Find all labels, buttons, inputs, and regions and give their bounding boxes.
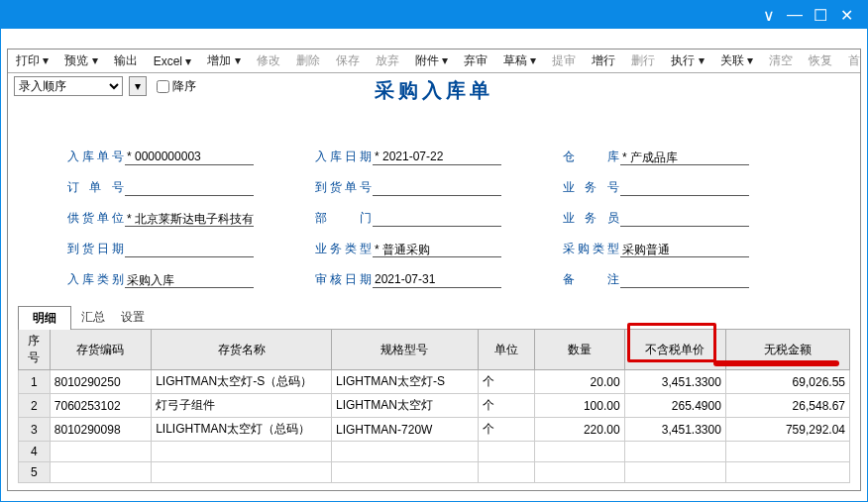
cell-price[interactable]: 265.4900 (624, 394, 725, 418)
table-row[interactable]: 4 (19, 442, 850, 462)
field-value[interactable]: * 2021-07-22 (373, 150, 501, 165)
cell-unit[interactable] (478, 462, 534, 483)
tab-detail[interactable]: 明细 (18, 306, 71, 330)
cell-idx[interactable]: 3 (19, 418, 51, 442)
cell-name[interactable]: 灯弓子组件 (152, 394, 332, 418)
tab-settings[interactable]: 设置 (113, 306, 153, 329)
cell-qty[interactable] (534, 442, 624, 462)
cell-idx[interactable]: 4 (19, 442, 51, 462)
field-value[interactable] (373, 211, 501, 227)
field-value[interactable]: * 普通采购 (373, 242, 501, 257)
field-value[interactable]: 2021-07-31 (373, 272, 501, 288)
detail-grid[interactable]: 序号存货编码存货名称规格型号单位数量不含税单价无税金额 18010290250L… (18, 329, 850, 483)
cell-unit[interactable]: 个 (478, 394, 534, 418)
document-title: 采购入库单 (375, 77, 493, 104)
toolbar-打印[interactable]: 打印 ▾ (12, 50, 53, 71)
toolbar-保存: 保存 (332, 50, 364, 71)
cell-unit[interactable]: 个 (478, 370, 534, 394)
titlebar-dropdown[interactable]: ∨ (756, 5, 782, 25)
close-button[interactable]: ✕ (833, 5, 859, 25)
sort-drop-button[interactable]: ▾ (129, 76, 147, 96)
toolbar-增行[interactable]: 增行 (588, 50, 619, 71)
detail-tabs: 明细 汇总 设置 序号存货编码存货名称规格型号单位数量不含税单价无税金额 180… (18, 307, 850, 480)
toolbar-草稿[interactable]: 草稿 ▾ (499, 50, 540, 71)
col-header[interactable]: 数量 (534, 330, 624, 370)
cell-price[interactable] (624, 462, 725, 483)
cell-code[interactable] (50, 462, 151, 483)
cell-price[interactable] (624, 442, 725, 462)
cell-price[interactable]: 3,451.3300 (624, 418, 725, 442)
cell-spec[interactable]: LIGHTMAN太空灯 (332, 394, 479, 418)
toolbar-执行[interactable]: 执行 ▾ (667, 50, 707, 71)
table-row[interactable]: 38010290098LILIGHTMAN太空灯（总码）LIGHTMAN-720… (19, 418, 850, 442)
cell-qty[interactable]: 220.00 (534, 418, 624, 442)
cell-spec[interactable] (332, 462, 479, 483)
cell-spec[interactable]: LIGHTMAN-720W (332, 418, 479, 442)
toolbar-预览[interactable]: 预览 ▾ (60, 50, 101, 71)
toolbar-弃审[interactable]: 弃审 (460, 50, 491, 71)
field-value[interactable]: 采购入库 (125, 272, 254, 288)
toolbar-修改: 修改 (253, 50, 284, 71)
field-value[interactable] (125, 242, 254, 257)
cell-code[interactable]: 7060253102 (50, 394, 151, 418)
toolbar-删除: 删除 (292, 50, 324, 71)
cell-name[interactable] (152, 462, 332, 483)
field-value[interactable] (125, 180, 254, 196)
cell-idx[interactable]: 5 (19, 462, 51, 483)
sort-select[interactable]: 录入顺序 (14, 76, 123, 96)
col-header[interactable]: 存货编码 (50, 330, 151, 370)
toolbar-增加[interactable]: 增加 ▾ (203, 50, 244, 71)
field-value[interactable]: * 产成品库 (620, 150, 749, 165)
table-row[interactable]: 18010290250LIGHTMAN太空灯-S（总码）LIGHTMAN太空灯-… (19, 370, 850, 394)
field-label: 入库日期 (315, 149, 373, 165)
table-row[interactable]: 27060253102灯弓子组件LIGHTMAN太空灯个100.00265.49… (19, 394, 850, 418)
field-value[interactable] (373, 180, 501, 196)
field-value[interactable] (620, 272, 749, 288)
cell-price[interactable]: 3,451.3300 (624, 370, 725, 394)
cell-unit[interactable] (478, 442, 534, 462)
desc-checkbox[interactable] (157, 80, 169, 93)
col-header[interactable]: 序号 (19, 330, 51, 370)
cell-idx[interactable]: 2 (19, 394, 51, 418)
cell-idx[interactable]: 1 (19, 370, 51, 394)
cell-unit[interactable]: 个 (478, 418, 534, 442)
field-value[interactable] (620, 211, 749, 227)
cell-name[interactable] (152, 442, 332, 462)
col-header[interactable]: 不含税单价 (624, 330, 725, 370)
field-value[interactable]: * 0000000003 (125, 150, 254, 165)
field-value[interactable]: 采购普通 (620, 242, 749, 257)
minimize-button[interactable]: — (782, 5, 808, 25)
cell-spec[interactable]: LIGHTMAN太空灯-S (332, 370, 479, 394)
toolbar-Excel[interactable]: Excel ▾ (150, 52, 196, 70)
cell-code[interactable]: 8010290250 (50, 370, 151, 394)
cell-qty[interactable]: 100.00 (534, 394, 624, 418)
cell-spec[interactable] (332, 442, 479, 462)
cell-name[interactable]: LILIGHTMAN太空灯（总码） (152, 418, 332, 442)
field-label: 供货单位 (67, 210, 125, 227)
toolbar-输出[interactable]: 输出 (110, 50, 142, 71)
toolbar-附件[interactable]: 附件 ▾ (411, 50, 452, 71)
field-value[interactable]: * 北京莱斯达电子科技有 (125, 211, 254, 227)
col-header[interactable]: 单位 (478, 330, 534, 370)
cell-qty[interactable]: 20.00 (534, 370, 624, 394)
cell-code[interactable] (50, 442, 151, 462)
cell-name[interactable]: LIGHTMAN太空灯-S（总码） (152, 370, 332, 394)
cell-qty[interactable] (534, 462, 624, 483)
field-value[interactable] (620, 180, 749, 196)
cell-amt[interactable] (725, 442, 849, 462)
desc-checkbox-label[interactable]: 降序 (157, 78, 196, 95)
col-header[interactable]: 规格型号 (332, 330, 479, 370)
table-row[interactable]: 5 (19, 462, 850, 483)
field-label: 采购类型 (563, 241, 620, 257)
cell-amt[interactable] (725, 462, 849, 483)
col-header[interactable]: 存货名称 (152, 330, 332, 370)
col-header[interactable]: 无税金额 (725, 330, 849, 370)
toolbar-清空: 清空 (765, 50, 797, 71)
maximize-button[interactable]: ☐ (808, 5, 833, 25)
cell-amt[interactable]: 69,026.55 (725, 370, 849, 394)
cell-amt[interactable]: 759,292.04 (725, 418, 849, 442)
cell-code[interactable]: 8010290098 (50, 418, 151, 442)
cell-amt[interactable]: 26,548.67 (725, 394, 849, 418)
tab-summary[interactable]: 汇总 (73, 306, 113, 329)
toolbar-关联[interactable]: 关联 ▾ (716, 50, 757, 71)
